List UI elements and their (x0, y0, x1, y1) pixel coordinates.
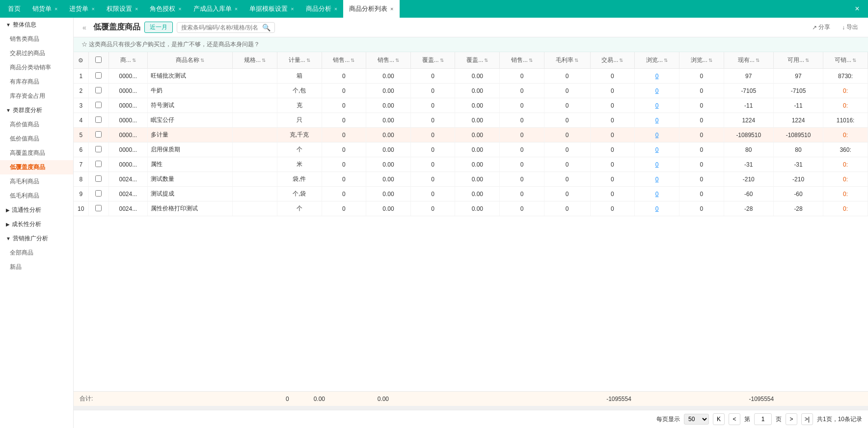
transaction-column-header[interactable]: 交易...⇅ (590, 52, 635, 69)
nav-close-purchase-order[interactable]: × (91, 0, 94, 18)
name-column-header[interactable]: 商品名称⇅ (147, 52, 232, 69)
nav-home[interactable]: 首页 (2, 0, 27, 18)
settings-column-header[interactable]: ⚙ (74, 52, 88, 69)
nav-product-warehousing[interactable]: 产成品入库单 × (188, 0, 244, 18)
checkbox-column-header[interactable] (88, 52, 108, 69)
row-unit: 米 (277, 157, 322, 172)
coverage1-column-header[interactable]: 覆盖...⇅ (410, 52, 455, 69)
saleable-column-header[interactable]: 可销...⇅ (823, 52, 868, 69)
row-checkbox[interactable] (88, 172, 108, 187)
nav-close-product-analysis-list[interactable]: × (390, 0, 393, 18)
share-button[interactable]: ↗ 分享 (808, 22, 834, 33)
sidebar-item-high-coverage[interactable]: 高覆盖度商品 (0, 146, 73, 160)
nav-close-template[interactable]: × (291, 0, 294, 18)
available-stock-column-header[interactable]: 可用...⇅ (773, 52, 823, 69)
search-input[interactable] (181, 24, 262, 31)
row-saleable: 0: (823, 201, 868, 216)
row-views1[interactable]: 0 (635, 128, 679, 143)
page-size-select[interactable]: 50 20 100 200 (684, 414, 709, 425)
sidebar-item-all-goods[interactable]: 全部商品 (0, 246, 73, 260)
sidebar-item-category-activity-rate[interactable]: 商品分类动销率 (0, 60, 73, 75)
sidebar-section-growth[interactable]: ▶ 成长性分析 (0, 217, 73, 231)
scrollbar[interactable] (74, 406, 868, 410)
row-views1[interactable]: 0 (635, 157, 679, 172)
row-views1[interactable]: 0 (635, 84, 679, 98)
row-transaction: 0 (590, 143, 635, 157)
nav-close-permission[interactable]: × (135, 0, 138, 18)
gross-margin-column-header[interactable]: 毛利率⇅ (544, 52, 590, 69)
nav-template-settings[interactable]: 单据模板设置 × (244, 0, 299, 18)
row-checkbox[interactable] (88, 128, 108, 143)
row-num: 2 (74, 84, 88, 98)
coverage2-column-header[interactable]: 覆盖...⇅ (455, 52, 500, 69)
page-number-input[interactable] (754, 413, 772, 425)
nav-product-analysis[interactable]: 商品分析 × (300, 0, 343, 18)
row-checkbox[interactable] (88, 201, 108, 216)
sidebar-item-low-margin[interactable]: 低毛利商品 (0, 189, 73, 203)
current-stock-column-header[interactable]: 现有...⇅ (724, 52, 773, 69)
row-views1[interactable]: 0 (635, 201, 679, 216)
views2-column-header[interactable]: 浏览...⇅ (679, 52, 724, 69)
row-views1[interactable]: 0 (635, 172, 679, 187)
row-transaction: 0 (590, 113, 635, 128)
nav-permission-settings[interactable]: 权限设置 × (101, 0, 144, 18)
row-views1[interactable]: 0 (635, 113, 679, 128)
sales-qty-column-header[interactable]: 销售...⇅ (322, 52, 366, 69)
sidebar-section-group-analysis[interactable]: ▼ 类群度分析 (0, 103, 73, 117)
sidebar-item-low-coverage[interactable]: 低覆盖度商品 (0, 160, 73, 174)
row-saleable: 0: (823, 187, 868, 201)
row-checkbox[interactable] (88, 143, 108, 157)
sidebar-section-marketing[interactable]: ▼ 营销推广分析 (0, 231, 73, 246)
views1-column-header[interactable]: 浏览...⇅ (635, 52, 679, 69)
sidebar-collapse-button[interactable]: « (80, 23, 89, 32)
nav-close-sales-order[interactable]: × (54, 0, 57, 18)
nav-close-product-analysis[interactable]: × (334, 0, 337, 18)
row-sales-amt: 0.00 (366, 84, 411, 98)
sidebar-section-overview[interactable]: ▼ 整体信息 (0, 18, 73, 32)
sales-amt-column-header[interactable]: 销售...⇅ (366, 52, 411, 69)
nav-close-role-auth[interactable]: × (178, 0, 181, 18)
prev-page-button[interactable]: < (729, 413, 740, 425)
nav-role-auth[interactable]: 角色授权 × (144, 0, 187, 18)
spec-column-header[interactable]: 规格...⇅ (233, 52, 277, 69)
row-checkbox[interactable] (88, 113, 108, 128)
table-row: 100024...属性价格打印测试个00.0000.0000000-28-280… (74, 201, 868, 216)
row-checkbox[interactable] (88, 157, 108, 172)
row-views1[interactable]: 0 (635, 98, 679, 113)
nav-sales-order[interactable]: 销货单 × (27, 0, 63, 18)
row-available-stock: -60 (773, 187, 823, 201)
sidebar-item-low-value[interactable]: 低价值商品 (0, 132, 73, 146)
code-column-header[interactable]: 商...⇅ (108, 52, 147, 69)
row-checkbox[interactable] (88, 84, 108, 98)
sidebar-section-circulation[interactable]: ▶ 流通性分析 (0, 203, 73, 217)
sidebar-item-traded-goods[interactable]: 交易过的商品 (0, 46, 73, 60)
row-checkbox[interactable] (88, 69, 108, 84)
first-page-button[interactable]: K (713, 413, 725, 425)
row-views1[interactable]: 0 (635, 187, 679, 201)
window-close-button[interactable]: × (848, 0, 866, 18)
sales3-column-header[interactable]: 销售...⇅ (500, 52, 544, 69)
nav-product-analysis-list[interactable]: 商品分析列表 × (343, 0, 399, 18)
row-spec (233, 187, 277, 201)
row-checkbox[interactable] (88, 187, 108, 201)
sidebar-item-in-stock-goods[interactable]: 有库存商品 (0, 75, 73, 89)
time-filter-button[interactable]: 近一月 (144, 22, 173, 33)
row-views1[interactable]: 0 (635, 69, 679, 84)
last-page-button[interactable]: >| (801, 413, 813, 425)
select-all-checkbox[interactable] (95, 57, 102, 63)
sidebar-item-inventory-capital[interactable]: 库存资金占用 (0, 89, 73, 103)
row-sales-qty: 0 (322, 113, 366, 128)
row-current-stock: 1224 (724, 113, 773, 128)
unit-column-header[interactable]: 计量...⇅ (277, 52, 322, 69)
row-views1[interactable]: 0 (635, 143, 679, 157)
sidebar-item-high-value[interactable]: 高价值商品 (0, 117, 73, 132)
sidebar-item-new-goods[interactable]: 新品 (0, 260, 73, 274)
nav-close-product-warehousing[interactable]: × (235, 0, 238, 18)
next-page-button[interactable]: > (786, 413, 797, 425)
sidebar-item-high-margin[interactable]: 高毛利商品 (0, 174, 73, 189)
export-button[interactable]: ↓ 导出 (838, 22, 862, 33)
sidebar-item-sales-goods[interactable]: 销售类商品 (0, 32, 73, 46)
search-icon[interactable]: 🔍 (262, 24, 271, 31)
nav-purchase-order[interactable]: 进货单 × (63, 0, 100, 18)
row-checkbox[interactable] (88, 98, 108, 113)
